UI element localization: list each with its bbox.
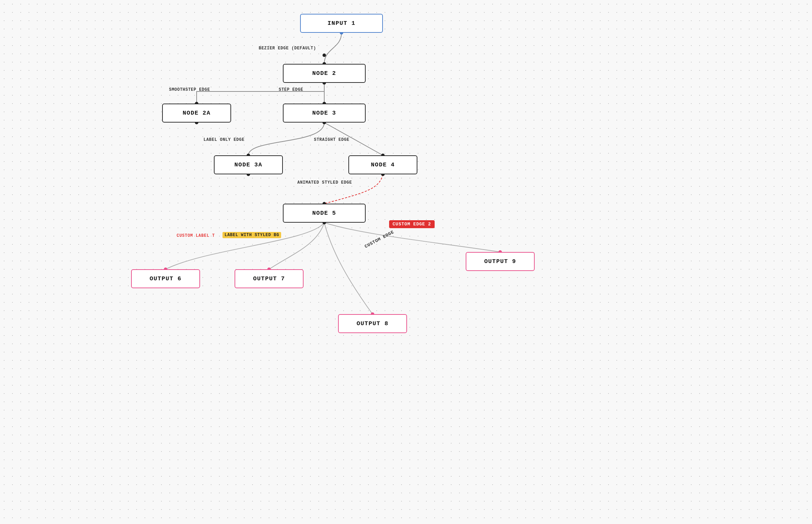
edge-label-step: STEP EDGE	[279, 87, 303, 92]
node-output7-label: OUTPUT 7	[253, 275, 285, 282]
edges-svg	[0, 0, 812, 524]
edge-label-custom-label-red: CUSTOM LABEL T	[177, 233, 215, 238]
edge-label-smoothstep: SMOOTHSTEP EDGE	[169, 87, 210, 92]
edge-label-animated-styled: ANIMATED STYLED EDGE	[297, 180, 352, 185]
node-output6-label: OUTPUT 6	[150, 275, 182, 282]
flow-canvas[interactable]: INPUT 1 NODE 2 NODE 2A NODE 3 NODE 3A NO…	[0, 0, 812, 524]
node-2a[interactable]: NODE 2A	[162, 104, 231, 123]
edge-label-straight: STRAIGHT EDGE	[314, 137, 349, 142]
node-4[interactable]: NODE 4	[348, 155, 417, 174]
node-3a[interactable]: NODE 3A	[214, 155, 283, 174]
node-input1-label: INPUT 1	[328, 20, 356, 27]
node-2-label: NODE 2	[312, 70, 336, 77]
svg-point-0	[323, 54, 326, 57]
node-output7[interactable]: OUTPUT 7	[235, 269, 304, 288]
node-output6[interactable]: OUTPUT 6	[131, 269, 200, 288]
node-3a-label: NODE 3A	[235, 162, 263, 168]
node-2a-label: NODE 2A	[183, 110, 211, 116]
edge-label-custom-label-bg: LABEL WITH STYLED BG	[222, 232, 281, 238]
node-output8[interactable]: OUTPUT 8	[338, 314, 407, 333]
edge-label-custom-edge: CUSTOM EDGE	[364, 230, 395, 250]
node-5[interactable]: NODE 5	[283, 204, 366, 223]
node-output9-label: OUTPUT 9	[484, 258, 516, 265]
node-2[interactable]: NODE 2	[283, 64, 366, 83]
edge-label-bezier: BEZIER EDGE (DEFAULT)	[259, 46, 316, 51]
node-5-label: NODE 5	[312, 210, 336, 216]
node-output9[interactable]: OUTPUT 9	[466, 252, 535, 271]
node-input1[interactable]: INPUT 1	[300, 14, 383, 33]
node-output8-label: OUTPUT 8	[357, 320, 389, 327]
edge-label-labelonly: LABEL ONLY EDGE	[204, 137, 245, 142]
edge-label-custom-edge-2: CUSTOM EDGE 2	[389, 220, 435, 228]
node-3[interactable]: NODE 3	[283, 104, 366, 123]
node-4-label: NODE 4	[371, 162, 395, 168]
node-3-label: NODE 3	[312, 110, 336, 116]
